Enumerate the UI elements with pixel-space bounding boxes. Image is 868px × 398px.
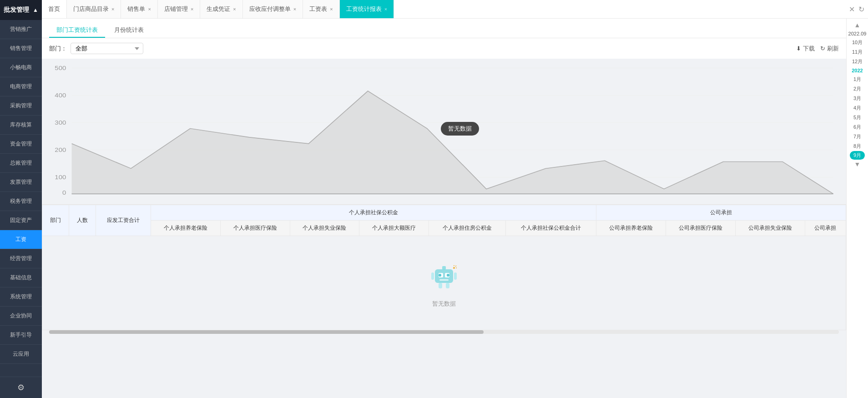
sub-tab-bar: 部门工资统计表月份统计表 <box>42 19 846 38</box>
svg-rect-15 <box>439 279 449 281</box>
tab-close-icon[interactable]: × <box>111 6 114 12</box>
sidebar-item-总账管理[interactable]: 总账管理 <box>0 154 42 173</box>
tab-销售单[interactable]: 销售单× <box>121 0 157 18</box>
timeline-month-6[interactable]: 6月 <box>853 122 862 132</box>
tab-门店商品目录[interactable]: 门店商品目录× <box>67 0 121 18</box>
timeline-month-11[interactable]: 11月 <box>851 47 863 57</box>
col-c3: 公司承担失业保险 <box>736 221 805 236</box>
dept-label: 部门： <box>49 45 67 53</box>
refresh-label: 刷新 <box>827 45 839 53</box>
sidebar-item-工资[interactable]: 工资 <box>0 230 42 249</box>
svg-text:300: 300 <box>55 119 66 126</box>
timeline-month-7[interactable]: 7月 <box>853 132 862 141</box>
table-scrollbar[interactable] <box>49 330 839 334</box>
tab-close-icon[interactable]: × <box>330 6 333 12</box>
content-inner: 部门工资统计表月份统计表 部门： 全部 ⬇ 下载 ↻ <box>42 19 868 398</box>
gear-icon: ⚙ <box>17 383 25 392</box>
sidebar-item-小畅电商[interactable]: 小畅电商 <box>0 58 42 77</box>
tab-生成凭证[interactable]: 生成凭证× <box>200 0 242 18</box>
sub-tab-月份统计表[interactable]: 月份统计表 <box>107 23 151 38</box>
dept-select[interactable]: 全部 <box>71 43 143 54</box>
tab-店铺管理[interactable]: 店铺管理× <box>158 0 200 18</box>
timeline-month-5[interactable]: 5月 <box>853 113 862 122</box>
toolbar: 部门： 全部 ⬇ 下载 ↻ 刷新 <box>42 38 846 59</box>
timeline-month-8[interactable]: 8月 <box>853 141 862 151</box>
svg-rect-20 <box>446 283 449 288</box>
col-salary: 应发工资合计 <box>96 205 151 236</box>
tab-首页[interactable]: 首页 <box>42 0 67 18</box>
refresh-icon: ↻ <box>820 45 825 52</box>
toolbar-right: ⬇ 下载 ↻ 刷新 <box>796 45 839 53</box>
sidebar-item-云应用[interactable]: 云应用 <box>0 345 42 364</box>
empty-state: 暂无数据 <box>47 240 841 326</box>
col-c1: 公司承担养老保险 <box>596 221 666 236</box>
col-p1: 个人承担养老保险 <box>151 221 220 236</box>
timeline-month-9[interactable]: 9月 <box>850 151 865 160</box>
sidebar-header[interactable]: 批发管理 ▲ <box>0 0 42 20</box>
svg-text:400: 400 <box>55 92 66 99</box>
col-personal-group: 个人承担社保公积金 <box>151 205 596 221</box>
close-all-icon[interactable]: ✕ <box>849 5 855 14</box>
timeline-year-2022[interactable]: 2022 <box>851 66 863 75</box>
tab-close-icon[interactable]: × <box>148 6 151 12</box>
empty-text: 暂无数据 <box>432 300 456 308</box>
download-icon: ⬇ <box>796 45 801 52</box>
timeline-down-icon[interactable]: ▼ <box>853 160 862 169</box>
tab-close-icon[interactable]: × <box>191 6 193 12</box>
sidebar-item-系统管理[interactable]: 系统管理 <box>0 287 42 307</box>
table-scrollbar-thumb[interactable] <box>49 330 484 334</box>
sidebar-item-税务管理[interactable]: 税务管理 <box>0 192 42 211</box>
svg-point-23 <box>453 267 455 269</box>
main-area: 首页门店商品目录×销售单×店铺管理×生成凭证×应收应付调整单×工资表×工资统计报… <box>42 0 868 398</box>
svg-point-21 <box>439 274 441 277</box>
download-button[interactable]: ⬇ 下载 <box>796 45 815 53</box>
timeline-month-4[interactable]: 4月 <box>853 103 862 113</box>
tab-工资表[interactable]: 工资表× <box>303 0 339 18</box>
timeline-up-icon[interactable]: ▲ <box>853 20 862 30</box>
col-c4: 公司承担 <box>805 221 846 236</box>
data-table: 部门 人数 应发工资合计 个人承担社保公积金 公司承担 个人承担养老保险 个人承… <box>42 205 846 330</box>
sidebar-item-销售管理[interactable]: 销售管理 <box>0 39 42 58</box>
sidebar-item-固定资产[interactable]: 固定资产 <box>0 211 42 230</box>
col-p6: 个人承担社保公积金合计 <box>505 221 596 236</box>
download-label: 下载 <box>803 45 815 53</box>
svg-text:500: 500 <box>55 65 66 71</box>
sidebar-item-电商管理[interactable]: 电商管理 <box>0 77 42 96</box>
tab-close-icon[interactable]: × <box>293 6 296 12</box>
sidebar-item-企业协同[interactable]: 企业协同 <box>0 307 42 326</box>
sidebar-item-发票管理[interactable]: 发票管理 <box>0 173 42 192</box>
sidebar-item-资金管理[interactable]: 资金管理 <box>0 135 42 154</box>
timeline-month-12[interactable]: 12月 <box>851 57 863 66</box>
tab-close-icon[interactable]: × <box>384 6 387 12</box>
svg-rect-12 <box>435 269 453 283</box>
sidebar-toggle-icon[interactable]: ▲ <box>33 7 38 13</box>
svg-text:0: 0 <box>62 189 66 196</box>
sub-tab-部门工资统计表[interactable]: 部门工资统计表 <box>49 23 105 38</box>
sidebar-item-经营管理[interactable]: 经营管理 <box>0 249 42 268</box>
table-container[interactable]: 部门 人数 应发工资合计 个人承担社保公积金 公司承担 个人承担养老保险 个人承… <box>42 204 846 398</box>
tab-close-icon[interactable]: × <box>233 6 236 12</box>
timeline-month-3[interactable]: 3月 <box>853 94 862 103</box>
timeline-month-1[interactable]: 1月 <box>853 75 862 84</box>
content-body: 部门工资统计表月份统计表 部门： 全部 ⬇ 下载 ↻ <box>42 19 846 398</box>
tab-工资统计报表[interactable]: 工资统计报表× <box>340 0 394 18</box>
timeline-month-10[interactable]: 10月 <box>851 38 863 47</box>
sidebar-item-新手引导[interactable]: 新手引导 <box>0 326 42 345</box>
timeline-month-2[interactable]: 2月 <box>853 84 862 94</box>
refresh-tab-icon[interactable]: ↻ <box>858 5 864 14</box>
sidebar-item-基础信息[interactable]: 基础信息 <box>0 268 42 287</box>
col-p4: 个人承担大额医疗 <box>359 221 429 236</box>
settings-button[interactable]: ⚙ <box>0 377 42 398</box>
col-p3: 个人承担失业保险 <box>290 221 359 236</box>
timeline-year-2022-09[interactable]: 2022.09 <box>848 30 868 38</box>
sidebar-item-库存核算[interactable]: 库存核算 <box>0 116 42 135</box>
chart-container: 500 400 300 200 100 0 <box>42 59 846 204</box>
tab-应收应付调整单[interactable]: 应收应付调整单× <box>243 0 303 18</box>
svg-point-22 <box>447 274 449 277</box>
refresh-button[interactable]: ↻ 刷新 <box>820 45 839 53</box>
col-count: 人数 <box>69 205 96 236</box>
svg-rect-17 <box>431 272 434 280</box>
sidebar-item-采购管理[interactable]: 采购管理 <box>0 96 42 116</box>
sidebar-item-营销推广[interactable]: 营销推广 <box>0 20 42 39</box>
toolbar-left: 部门： 全部 <box>49 43 143 54</box>
